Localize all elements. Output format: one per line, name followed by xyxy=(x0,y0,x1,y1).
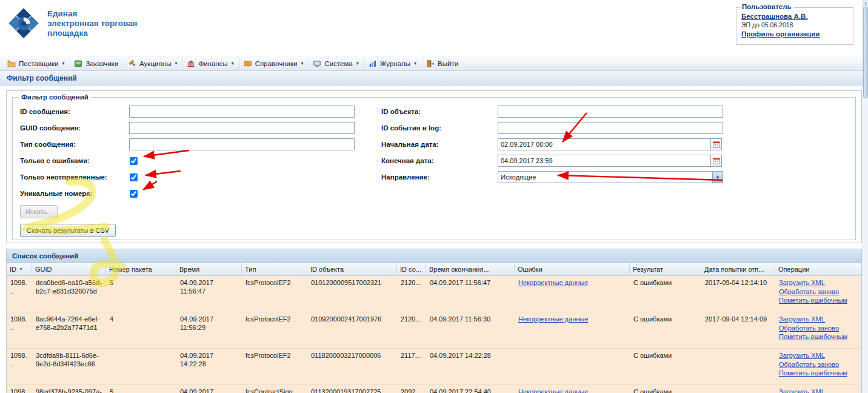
menu-item-label: Аукционы xyxy=(139,60,171,67)
direction-label: Направление: xyxy=(381,173,498,181)
organization-profile-link[interactable]: Профиль организации xyxy=(741,30,848,38)
menu-item-customers[interactable]: Заказчики xyxy=(70,57,124,70)
log-event-id-input[interactable] xyxy=(498,122,723,134)
operation-link[interactable]: Обработать заново xyxy=(779,324,858,333)
menu-item-finance[interactable]: Финансы▾ xyxy=(183,57,239,70)
column-header-time[interactable]: Время xyxy=(176,263,242,275)
operation-link[interactable]: Обработать заново xyxy=(779,288,858,297)
customers-icon xyxy=(74,59,82,68)
user-name-link[interactable]: Бесстрашнова А.В. xyxy=(741,12,848,21)
operation-link[interactable]: Загрузить XML xyxy=(779,388,858,393)
cell-guid: 8ac9644a-7264-e6ef-e768-a2b2a77471d1 xyxy=(32,312,106,348)
operation-link[interactable]: Пометить ошибочным xyxy=(779,333,858,341)
direction-selected-value: Исходящие xyxy=(498,173,712,181)
header: Единая электронная торговая площадка Пол… xyxy=(0,0,868,56)
cell-operations: Загрузить XMLОбработать зановоПометить о… xyxy=(775,349,861,385)
column-header-result[interactable]: Результат xyxy=(630,263,701,275)
menu-item-journals[interactable]: Журналы▾ xyxy=(365,57,422,70)
calendar-icon[interactable] xyxy=(711,138,722,150)
object-id-input[interactable] xyxy=(498,106,723,118)
cell-errors xyxy=(515,349,630,385)
table-body: 1098...dea0bed6-ea10-a56d-b2c7-e831d3260… xyxy=(7,276,861,393)
menu-item-auctions[interactable]: Аукционы▾ xyxy=(124,57,183,70)
caret-down-icon: ▾ xyxy=(62,61,64,66)
operation-link[interactable]: Обработать заново xyxy=(779,361,858,369)
error-details-link[interactable]: Некорректные данные xyxy=(518,388,588,393)
end-date-label: Конечная дата: xyxy=(381,157,498,164)
column-header-end_time[interactable]: Время окончания... xyxy=(426,263,515,275)
vertical-scrollbar[interactable]: ▲ xyxy=(863,0,868,393)
book-icon xyxy=(244,59,252,68)
column-header-type[interactable]: Тип xyxy=(242,263,307,275)
column-header-attempt[interactable]: Дата попытки отп... xyxy=(701,263,775,275)
cell-id_so: 2120... xyxy=(397,276,426,312)
table-row: 1098...dea0bed6-ea10-a56d-b2c7-e831d3260… xyxy=(7,276,861,312)
start-date-input[interactable] xyxy=(498,138,711,150)
only-unsent-checkbox[interactable] xyxy=(130,173,138,181)
cell-errors: Некорректные данные xyxy=(515,385,630,393)
column-header-id_so[interactable]: ID со... xyxy=(397,263,426,275)
cell-type: fcsContractSign xyxy=(242,385,307,393)
only-errors-checkbox[interactable] xyxy=(130,157,138,165)
cell-attempt xyxy=(701,385,775,393)
column-header-packet[interactable]: Номер пакета xyxy=(106,263,176,275)
table-row: 1098...3cdfda9b-8111-6d6e-9e2d-8d34f423e… xyxy=(7,349,861,385)
table-header-row: ID▼GUIDНомер пакетаВремяТипID объектаID … xyxy=(7,263,861,276)
menu-item-references[interactable]: Справочники▾ xyxy=(240,57,310,70)
operation-link[interactable]: Загрузить XML xyxy=(779,315,858,324)
search-button[interactable]: Искать... xyxy=(20,205,58,218)
cell-result: С ошибками xyxy=(630,312,701,348)
table-row: 1098...8ac9644a-7264-e6ef-e768-a2b2a7747… xyxy=(7,312,861,349)
cell-result: С ошибками xyxy=(630,276,701,312)
cell-guid: 98ed378b-9235-097a-5e2d-8d34f423ec66 xyxy=(32,385,106,393)
bank-icon xyxy=(187,59,195,68)
message-guid-label: GUID сообщения: xyxy=(18,124,129,132)
cell-errors: Некорректные данные xyxy=(515,276,630,312)
menu-item-suppliers[interactable]: Поставщики▾ xyxy=(4,57,70,70)
only-errors-label: Только с ошибками: xyxy=(18,157,129,164)
error-details-link[interactable]: Некорректные данные xyxy=(518,315,588,323)
menu-bar: Поставщики▾ЗаказчикиАукционы▾Финансы▾Спр… xyxy=(0,56,868,71)
menu-item-label: Поставщики xyxy=(19,60,58,67)
operation-link[interactable]: Пометить ошибочным xyxy=(779,297,858,305)
caret-down-icon: ▾ xyxy=(414,61,416,66)
direction-select[interactable]: Исходящие ▼ xyxy=(498,171,723,183)
user-box: Пользователь Бесстрашнова А.В. ЭП до 05.… xyxy=(736,7,853,45)
error-details-link[interactable]: Некорректные данные xyxy=(518,279,588,286)
cell-id: 1098... xyxy=(7,385,32,393)
caret-down-icon: ▾ xyxy=(301,61,303,66)
scrollbar-thumb[interactable] xyxy=(863,7,868,98)
operation-link[interactable]: Загрузить XML xyxy=(779,279,858,287)
messages-table-panel: Список сообщений ID▼GUIDНомер пакетаВрем… xyxy=(6,249,862,393)
message-type-input[interactable] xyxy=(129,138,355,150)
column-header-object_id[interactable]: ID объекта xyxy=(307,263,397,275)
cell-type: fcsProtocolEF2 xyxy=(242,276,307,312)
calendar-icon[interactable] xyxy=(711,155,722,167)
cell-object_id: 0109200002417001976 xyxy=(307,312,397,348)
chevron-down-icon: ▼ xyxy=(712,172,723,183)
menu-item-system[interactable]: Система▾ xyxy=(309,57,364,70)
scroll-up-arrow-icon[interactable]: ▲ xyxy=(863,0,868,6)
message-id-label: ID сообщения: xyxy=(18,108,129,115)
caret-down-icon: ▾ xyxy=(175,61,177,66)
download-csv-button[interactable]: Скачать результаты в CSV xyxy=(20,224,116,237)
cell-id_so: 2117... xyxy=(397,349,426,385)
column-header-errors[interactable]: Ошибки xyxy=(515,263,630,275)
unique-numbers-checkbox[interactable] xyxy=(130,190,138,198)
end-date-input[interactable] xyxy=(498,155,711,167)
sort-desc-icon: ▼ xyxy=(19,267,23,271)
menu-item-label: Выйти xyxy=(438,60,458,67)
cell-type: fcsProtocolEF2 xyxy=(242,349,307,385)
menu-item-exit[interactable]: Выйти xyxy=(422,57,464,70)
page-title: Фильтр сообщений xyxy=(0,71,868,86)
column-header-id[interactable]: ID▼ xyxy=(7,263,32,275)
cell-errors: Некорректные данные xyxy=(515,312,630,348)
cell-type: fcsProtocolEF2 xyxy=(242,312,307,348)
message-id-input[interactable] xyxy=(129,106,355,118)
message-guid-input[interactable] xyxy=(129,122,355,134)
column-header-guid[interactable]: GUID xyxy=(32,263,106,275)
logo-title: Единая электронная торговая площадка xyxy=(47,9,137,38)
operation-link[interactable]: Загрузить XML xyxy=(779,352,858,360)
operation-link[interactable]: Пометить ошибочным xyxy=(779,369,858,378)
column-header-operations[interactable]: Операции xyxy=(775,263,861,275)
